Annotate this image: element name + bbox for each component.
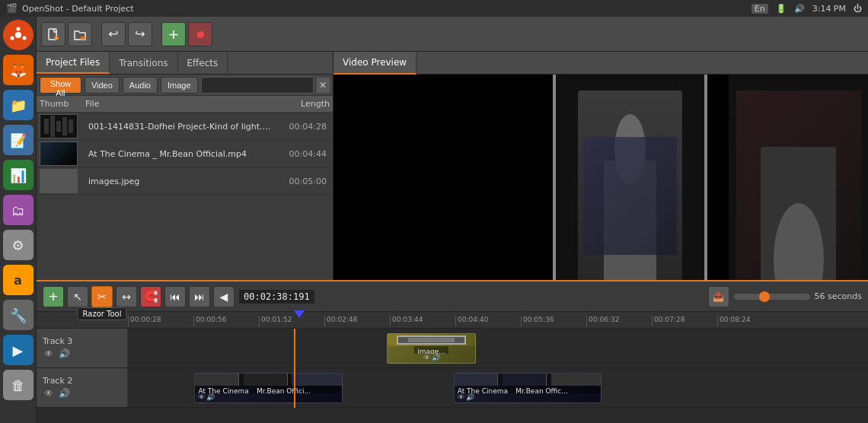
clip1-label: At The Cinema _ Mr.Bean Offici... <box>195 386 341 393</box>
sidebar-app-firefox[interactable]: 🦊 <box>3 55 34 85</box>
clip-audio-icon[interactable]: 🔊 <box>432 354 440 361</box>
file-row[interactable]: 001-1414831-Dofhei Project-Kind of light… <box>37 113 333 140</box>
clip2-visibility-icon[interactable]: 👁 <box>458 393 464 401</box>
file-row[interactable]: At The Cinema _ Mr.Bean Official.mp4 00:… <box>37 140 333 167</box>
tab-transitions[interactable]: Transitions <box>110 52 177 74</box>
new-button[interactable]: + <box>41 22 65 46</box>
timeline-area: + ↖ ✂ Razor Tool ↔ 🧲 ⏮ ⏭ ◀ 00:02:38:191 … <box>37 280 868 423</box>
file-duration-2: 00:05:00 <box>276 177 330 186</box>
track3-content: image... 👁 🔊 <box>128 329 868 367</box>
tab-project-files[interactable]: Project Files <box>37 52 110 74</box>
filter-image[interactable]: Image <box>161 77 198 94</box>
sidebar-app-calc[interactable]: 📊 <box>3 160 34 190</box>
jump-end-button[interactable]: ⏭ <box>189 286 210 307</box>
sidebar-app-amazon[interactable]: a <box>3 265 34 295</box>
filter-audio[interactable]: Audio <box>123 77 158 94</box>
track3-visibility-btn[interactable]: 👁 <box>43 348 55 360</box>
zoom-label: 56 seconds <box>815 291 862 301</box>
panel-tabs: Project Files Transitions Effects <box>37 52 333 75</box>
zoom-slider[interactable] <box>734 294 810 300</box>
export-button[interactable]: 📤 <box>708 286 729 307</box>
filter-show-all[interactable]: Show All <box>40 77 81 94</box>
track2-visibility-btn[interactable]: 👁 <box>43 387 55 399</box>
ruler-mark-3: 00:02:48 <box>324 316 390 326</box>
center-button[interactable]: ◀ <box>213 286 235 307</box>
file-thumb-1 <box>40 142 78 166</box>
razor-tool-button[interactable]: ✂ Razor Tool <box>91 286 113 307</box>
file-row[interactable]: images.jpeg 00:05:00 <box>37 167 333 195</box>
file-name-2: images.jpeg <box>85 177 276 186</box>
file-thumb-2 <box>40 169 78 193</box>
zoom-handle <box>759 291 770 302</box>
svg-point-3 <box>10 37 14 40</box>
clip2-label: At The Cinema _ Mr.Bean Offic... <box>455 386 601 393</box>
file-thumb-0 <box>40 114 78 138</box>
add-track-button[interactable]: + <box>43 286 64 307</box>
clip-video-2[interactable]: At The Cinema _ Mr.Bean Offic... 👁 🔊 <box>454 373 602 403</box>
battery-icon: 🔋 <box>776 4 787 14</box>
tab-effects[interactable]: Effects <box>178 52 228 74</box>
clip2-icons: 👁 🔊 <box>455 393 601 402</box>
snap-button[interactable]: 🧲 <box>140 286 161 307</box>
clip-label: image... <box>414 346 448 354</box>
jump-start-button[interactable]: ⏮ <box>164 286 186 307</box>
track-3: Track 3 👁 🔊 <box>37 329 868 368</box>
main-toolbar: + ↩ ↪ + ⏺ <box>37 17 868 52</box>
clip-video-1[interactable]: At The Cinema _ Mr.Bean Offici... 👁 🔊 <box>194 373 342 403</box>
clip-image[interactable]: image... 👁 🔊 <box>387 333 476 364</box>
undo-button[interactable]: ↩ <box>101 22 126 46</box>
ruler-mark-4: 00:03:44 <box>390 316 455 326</box>
select-tool-button[interactable]: ↖ <box>67 286 88 307</box>
timecode-display: 00:02:38:191 <box>239 290 314 304</box>
tab-video-preview[interactable]: Video Preview <box>333 52 416 75</box>
sidebar-app-settings[interactable]: ⚙ <box>3 230 34 260</box>
add-button[interactable]: + <box>161 22 186 46</box>
sidebar-app-text[interactable]: 📝 <box>3 125 34 155</box>
redo-button[interactable]: ↪ <box>128 22 152 46</box>
app-icon: 🎬 <box>6 3 18 14</box>
open-button[interactable] <box>68 22 92 46</box>
svg-point-4 <box>22 37 26 40</box>
ruler-mark-8: 00:07:28 <box>652 316 717 326</box>
clip1-audio-icon[interactable]: 🔊 <box>206 393 215 401</box>
timeline-toolbar: + ↖ ✂ Razor Tool ↔ 🧲 ⏮ ⏭ ◀ 00:02:38:191 … <box>37 281 868 312</box>
track2-content: At The Cinema _ Mr.Bean Offici... 👁 🔊 <box>128 368 868 407</box>
timeline-ruler: 00:00:28 00:00:56 00:01:52 00:02:48 00:0… <box>37 312 868 329</box>
ruler-mark-1: 00:00:56 <box>193 316 259 326</box>
tracks-container: Track 3 👁 🔊 <box>37 329 868 408</box>
window-title: OpenShot - Default Project <box>22 4 134 14</box>
preview-tab-row: Video Preview <box>333 52 868 75</box>
track2-audio-btn[interactable]: 🔊 <box>58 387 70 399</box>
sidebar-app-files[interactable]: 📁 <box>3 90 34 120</box>
file-name-1: At The Cinema _ Mr.Bean Official.mp4 <box>85 149 276 159</box>
ruler-mark-7: 00:06:32 <box>586 316 652 326</box>
sidebar-app-ubuntu[interactable] <box>3 20 34 50</box>
clip-icons: 👁 🔊 <box>420 354 443 363</box>
svg-rect-8 <box>81 37 85 40</box>
clip-visibility-icon[interactable]: 👁 <box>423 354 430 361</box>
sidebar-app-trash[interactable]: 🗑 <box>3 370 34 400</box>
move-tool-button[interactable]: ↔ <box>116 286 137 307</box>
file-duration-0: 00:04:28 <box>276 122 330 132</box>
file-list-header: Thumb File Length <box>37 96 333 113</box>
record-button[interactable]: ⏺ <box>188 22 212 46</box>
clip2-audio-icon[interactable]: 🔊 <box>466 393 474 401</box>
ruler-mark-0: 00:00:28 <box>128 316 193 326</box>
sidebar-app-base[interactable]: 🗂 <box>3 195 34 225</box>
file-duration-1: 00:04:44 <box>276 149 330 159</box>
power-icon: ⏻ <box>854 4 862 14</box>
search-clear-button[interactable]: ✕ <box>317 78 330 93</box>
search-input[interactable] <box>201 77 314 94</box>
filter-video[interactable]: Video <box>85 77 120 94</box>
track-2: Track 2 👁 🔊 At <box>37 368 868 408</box>
svg-point-1 <box>15 32 21 38</box>
app-sidebar: 🦊 📁 📝 📊 🗂 ⚙ a 🔧 ▶ 🗑 <box>0 0 37 423</box>
track3-audio-btn[interactable]: 🔊 <box>58 348 70 360</box>
clock: 3:14 PM <box>812 4 846 14</box>
sidebar-app-gear[interactable]: 🔧 <box>3 300 34 330</box>
sidebar-app-video[interactable]: ▶ <box>3 335 34 365</box>
filter-row: Show All Video Audio Image ✕ <box>37 75 333 96</box>
kb-layout: En <box>752 4 768 14</box>
file-name-0: 001-1414831-Dofhei Project-Kind of light… <box>85 122 276 132</box>
clip1-visibility-icon[interactable]: 👁 <box>198 393 205 401</box>
